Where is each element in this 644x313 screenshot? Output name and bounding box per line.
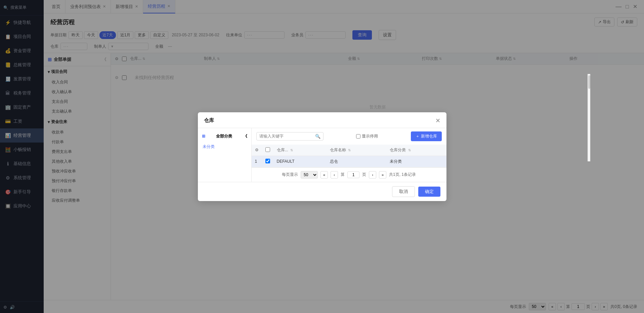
row-checkbox-1[interactable] xyxy=(265,159,270,163)
dialog-per-page-select[interactable]: 50 100 xyxy=(301,171,318,179)
table-body: 1 DEFAULT 总仓 未分类 xyxy=(252,156,446,167)
dialog-title: 仓库 xyxy=(204,117,214,124)
th-code[interactable]: 仓库... ⇅ xyxy=(273,145,327,156)
dialog-footer: 取消 确定 xyxy=(198,182,446,201)
unclassified-category[interactable]: 未分类 xyxy=(198,141,251,152)
dialog-calc-label: 算 xyxy=(341,172,345,178)
dialog-last-btn[interactable]: » xyxy=(379,171,386,179)
show-disabled-text: 显示停用 xyxy=(362,133,378,139)
table-header: ⚙ 仓库... ⇅ 仓库名称 ⇅ 仓库分类 ⇅ xyxy=(252,145,446,156)
dialog-body: ⊞ 全部分类 《 未分类 🔍 xyxy=(198,128,446,182)
dialog-header: 仓库 ✕ xyxy=(198,112,446,128)
dialog-first-btn[interactable]: « xyxy=(320,171,328,179)
show-disabled-label[interactable]: 显示停用 xyxy=(356,133,378,139)
dialog-next-btn[interactable]: › xyxy=(369,171,376,179)
all-categories-header[interactable]: ⊞ 全部分类 《 xyxy=(198,131,251,141)
row-category: 未分类 xyxy=(386,156,446,167)
dialog-page-label: 页 xyxy=(362,172,366,178)
dialog-toolbar: 🔍 显示停用 ＋ 新增仓库 xyxy=(252,128,446,145)
row-name: 总仓 xyxy=(327,156,386,167)
warehouse-dialog: 仓库 ✕ ⊞ 全部分类 《 未分类 xyxy=(198,112,446,201)
add-warehouse-label: 新增仓库 xyxy=(421,133,437,139)
dialog-pagination: 每页显示 50 100 « ‹ 算 页 › » 共1页, 1条记录 xyxy=(252,167,446,182)
row-num: 1 xyxy=(252,156,262,167)
th-name[interactable]: 仓库名称 ⇅ xyxy=(327,145,386,156)
show-disabled-checkbox[interactable] xyxy=(356,134,360,139)
th-check xyxy=(262,145,273,156)
collapse-arrow[interactable]: 《 xyxy=(243,133,247,139)
cancel-button[interactable]: 取消 xyxy=(392,186,415,197)
th-category[interactable]: 仓库分类 ⇅ xyxy=(386,145,446,156)
dialog-per-page-label: 每页显示 xyxy=(282,172,298,178)
row-code: DEFAULT xyxy=(273,156,327,167)
table-row[interactable]: 1 DEFAULT 总仓 未分类 xyxy=(252,156,446,167)
warehouse-table: ⚙ 仓库... ⇅ 仓库名称 ⇅ 仓库分类 ⇅ 1 DEFA xyxy=(252,145,446,167)
all-categories-label: 全部分类 xyxy=(216,133,232,139)
plus-icon: ＋ xyxy=(416,133,420,139)
dialog-right: 🔍 显示停用 ＋ 新增仓库 xyxy=(252,128,446,182)
dialog-total: 共1页, 1条记录 xyxy=(389,172,416,178)
dialog-search-icon: 🔍 xyxy=(315,134,320,139)
dialog-overlay[interactable]: 仓库 ✕ ⊞ 全部分类 《 未分类 xyxy=(0,0,644,313)
dialog-prev-btn[interactable]: ‹ xyxy=(331,171,338,179)
all-categories-icon: ⊞ xyxy=(202,134,205,139)
dialog-close-btn[interactable]: ✕ xyxy=(435,117,440,124)
select-all[interactable] xyxy=(265,147,270,152)
add-warehouse-button[interactable]: ＋ 新增仓库 xyxy=(411,131,442,141)
dialog-page-input[interactable] xyxy=(347,171,359,178)
dialog-search-box[interactable]: 🔍 xyxy=(256,132,324,141)
unclassified-label: 未分类 xyxy=(203,144,215,149)
row-check[interactable] xyxy=(262,156,273,167)
dialog-categories: ⊞ 全部分类 《 未分类 xyxy=(198,128,252,182)
dialog-search-input[interactable] xyxy=(259,134,313,139)
dialog-table: ⚙ 仓库... ⇅ 仓库名称 ⇅ 仓库分类 ⇅ 1 DEFA xyxy=(252,145,446,167)
confirm-button[interactable]: 确定 xyxy=(418,187,440,197)
th-gear: ⚙ xyxy=(252,145,262,156)
